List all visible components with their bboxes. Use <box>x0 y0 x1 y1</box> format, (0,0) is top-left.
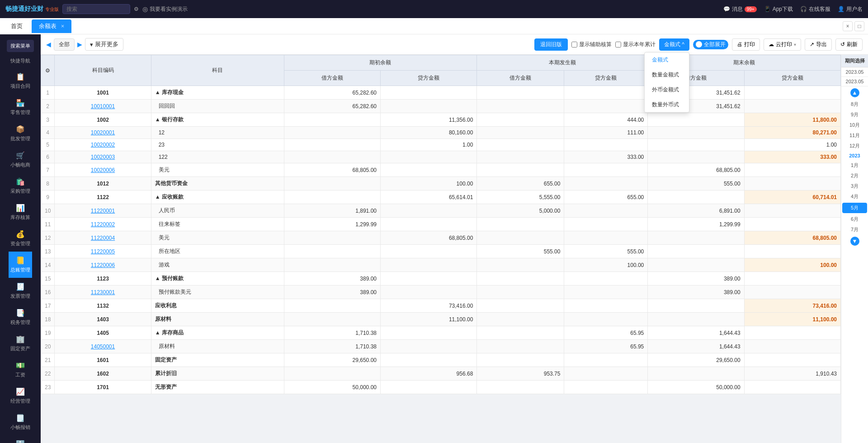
user-avatar[interactable]: 👤 用户名 <box>838 5 863 13</box>
dropdown-item-amount[interactable]: 金额式 <box>645 52 689 67</box>
row-name[interactable]: 原材料 <box>151 313 284 326</box>
period-may-active[interactable]: 5月 <box>842 203 867 213</box>
period-nov[interactable]: 11月 <box>841 130 868 141</box>
row-name[interactable]: 其他货币资金 <box>151 177 284 191</box>
row-code[interactable]: 10020002 <box>55 139 151 151</box>
period-up-nav[interactable]: ▲ <box>850 88 859 97</box>
table-row[interactable]: 20 14050001 原材料 1,710.38 65.95 1,644.43 <box>41 340 841 353</box>
row-code[interactable]: 1701 <box>55 381 151 394</box>
table-row[interactable]: 9 1122 ▲ 应收账款 65,614.01 5,555.00 655.00 … <box>41 191 841 204</box>
row-code[interactable]: 1012 <box>55 177 151 191</box>
period-down-nav[interactable]: ▼ <box>850 237 859 246</box>
table-row[interactable]: 15 1123 ▲ 预付账款 389.00 389.00 <box>41 272 841 286</box>
service-button[interactable]: 🎧 在线客服 <box>800 5 830 13</box>
show-auxiliary-checkbox[interactable]: 显示辅助核算 <box>571 41 612 48</box>
sidebar-item-retail[interactable]: 🏪零售管理 <box>9 94 32 120</box>
row-name[interactable]: 累计折旧 <box>151 367 284 381</box>
row-code[interactable]: 1123 <box>55 272 151 286</box>
row-code[interactable]: 10010001 <box>55 100 151 113</box>
row-code[interactable]: 11220004 <box>55 231 151 245</box>
sidebar-item-project[interactable]: 📋项目合同 <box>9 68 32 94</box>
row-name[interactable]: 12 <box>151 127 284 139</box>
table-row[interactable]: 23 1701 无形资产 50,000.00 50,000.00 <box>41 381 841 394</box>
row-name[interactable]: 应收利息 <box>151 299 284 313</box>
period-mar[interactable]: 3月 <box>841 181 868 191</box>
table-row[interactable]: 18 1403 原材料 11,100.00 11,100.00 <box>41 313 841 326</box>
sidebar-item-operations[interactable]: 📈经营管理 <box>9 383 32 409</box>
table-row[interactable]: 5 10020002 23 1.00 1.00 <box>41 139 841 151</box>
sidebar-search[interactable]: 搜索菜单 <box>7 40 34 52</box>
sidebar-item-ledger[interactable]: 📒总账管理 <box>9 252 32 278</box>
row-code[interactable]: 1405 <box>55 326 151 340</box>
period-dec[interactable]: 12月 <box>841 141 868 151</box>
row-name[interactable]: ▲ 库存商品 <box>151 326 284 340</box>
row-code[interactable]: 10020003 <box>55 151 151 163</box>
table-row[interactable]: 6 10020003 122 333.00 333.00 <box>41 151 841 163</box>
row-name[interactable]: 122 <box>151 151 284 163</box>
print-button[interactable]: 🖨 打印 <box>732 38 760 51</box>
table-row[interactable]: 11 11220002 往来标签 1,299.99 1,299.99 <box>41 218 841 231</box>
tab-balance[interactable]: 余额表 × <box>32 19 71 33</box>
row-name[interactable]: ▲ 预付账款 <box>151 272 284 286</box>
dropdown-item-foreign[interactable]: 外币金额式 <box>645 82 689 97</box>
sidebar-item-purchase[interactable]: 🛍️采购管理 <box>9 173 32 199</box>
sidebar-item-invoice[interactable]: 🧾发票管理 <box>9 278 32 304</box>
row-code[interactable]: 1002 <box>55 113 151 127</box>
period-year-start[interactable]: 2023.05 <box>841 67 868 77</box>
row-code[interactable]: 11220006 <box>55 258 151 272</box>
tab-home[interactable]: 首页 <box>4 19 30 33</box>
row-name[interactable]: 无形资产 <box>151 381 284 394</box>
row-name[interactable]: 美元 <box>151 163 284 177</box>
row-code[interactable]: 1132 <box>55 299 151 313</box>
sidebar-item-basic[interactable]: ℹ️基础信息 <box>9 435 32 443</box>
row-code[interactable]: 1601 <box>55 353 151 367</box>
search-input[interactable] <box>62 4 130 14</box>
sidebar-nav-label[interactable]: 快捷导航 <box>9 54 32 68</box>
sidebar-item-inventory[interactable]: 📊库存核算 <box>9 199 32 225</box>
sidebar-item-salary[interactable]: 💵工资 <box>9 357 32 383</box>
period-sep[interactable]: 9月 <box>841 110 868 120</box>
download-button[interactable]: 📱 App下载 <box>764 5 793 13</box>
sidebar-item-reports[interactable]: 🗒️小畅报销 <box>9 409 32 435</box>
tab-close-icon[interactable]: × <box>61 23 65 29</box>
row-code[interactable]: 1122 <box>55 191 151 204</box>
expand-all-toggle[interactable]: 全部展开 <box>693 40 728 49</box>
row-code[interactable]: 1001 <box>55 86 151 100</box>
row-name[interactable]: 所在地区 <box>151 245 284 258</box>
row-name[interactable]: 固定资产 <box>151 353 284 367</box>
period-oct[interactable]: 10月 <box>841 120 868 130</box>
row-code[interactable]: 1403 <box>55 313 151 326</box>
nav-left-arrow[interactable]: ◀ <box>46 41 51 48</box>
sidebar-item-finance[interactable]: 💰资金管理 <box>9 225 32 252</box>
period-jan[interactable]: 1月 <box>841 160 868 171</box>
window-close-button[interactable]: × <box>843 21 853 31</box>
table-row[interactable]: 2 10010001 回回回 65,282.60 31,451.62 <box>41 100 841 113</box>
dropdown-item-qty_foreign[interactable]: 数量外币式 <box>645 97 689 112</box>
table-row[interactable]: 3 1002 ▲ 银行存款 11,356.00 444.00 11,800.00 <box>41 113 841 127</box>
table-row[interactable]: 17 1132 应收利息 73,416.00 73,416.00 <box>41 299 841 313</box>
table-row[interactable]: 14 11220006 游戏 100.00 100.00 <box>41 258 841 272</box>
sidebar-item-wholesale[interactable]: 📦批发管理 <box>9 120 32 147</box>
sidebar-item-tax[interactable]: 📑税务管理 <box>9 304 32 330</box>
breadcrumb[interactable]: 全部 <box>54 38 75 51</box>
period-aug[interactable]: 8月 <box>841 99 868 110</box>
row-name[interactable]: 游戏 <box>151 258 284 272</box>
row-code[interactable]: 11230001 <box>55 286 151 299</box>
row-name[interactable]: 23 <box>151 139 284 151</box>
refresh-button[interactable]: ↺ 刷新 <box>835 38 863 51</box>
row-code[interactable]: 10020001 <box>55 127 151 139</box>
row-name[interactable]: 原材料 <box>151 340 284 353</box>
sidebar-item-assets[interactable]: 🏢固定资产 <box>9 330 32 357</box>
row-code[interactable]: 11220002 <box>55 218 151 231</box>
table-row[interactable]: 13 11220005 所在地区 555.00 555.00 <box>41 245 841 258</box>
period-jul[interactable]: 7月 <box>841 224 868 235</box>
row-code[interactable]: 11220001 <box>55 204 151 218</box>
row-name[interactable]: 预付账款美元 <box>151 286 284 299</box>
window-restore-button[interactable]: □ <box>854 21 864 31</box>
dropdown-item-qty_amount[interactable]: 数量金额式 <box>645 67 689 82</box>
row-name[interactable]: ▲ 应收账款 <box>151 191 284 204</box>
row-name[interactable]: 往来标签 <box>151 218 284 231</box>
cloud-print-button[interactable]: ☁ 云打印 ▾ <box>764 38 801 51</box>
row-code[interactable]: 14050001 <box>55 340 151 353</box>
settings-icon[interactable]: ⚙ <box>134 6 139 12</box>
